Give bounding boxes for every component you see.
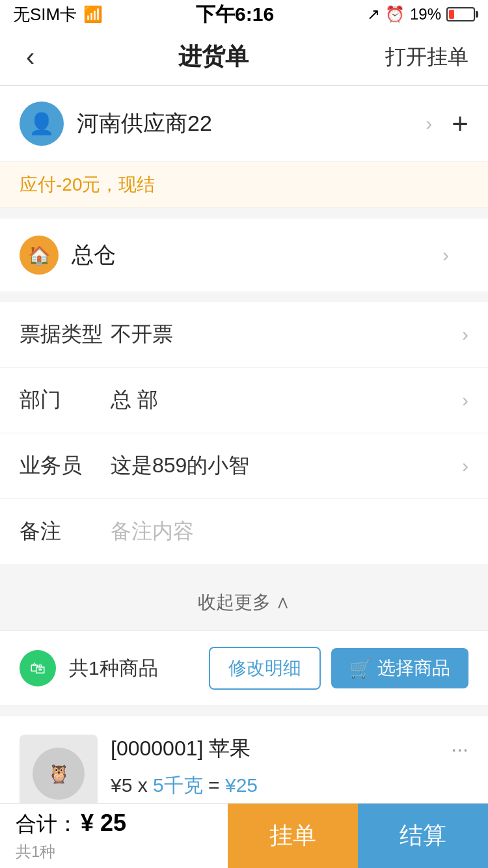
checkout-button[interactable]: 结算: [358, 804, 488, 868]
remark-row[interactable]: 备注 备注内容: [0, 499, 488, 564]
product-title-text: 苹果: [209, 737, 251, 760]
product-code: [0000001]: [111, 737, 203, 760]
bag-icon: 🛍: [30, 659, 46, 677]
carrier-text: 无SIM卡: [13, 3, 77, 26]
equals-sign: =: [208, 774, 225, 796]
warehouse-chevron-icon: ›: [442, 244, 449, 266]
warehouse-home-icon: 🏠: [28, 245, 51, 266]
warehouse-name: 总仓: [72, 240, 442, 270]
dept-row[interactable]: 部门 总 部 ›: [0, 368, 488, 433]
page-title: 进货单: [178, 41, 249, 73]
invoice-label: 票据类型: [20, 320, 104, 349]
notice-bar: 应付-20元，现结: [0, 162, 488, 208]
avatar-icon: 👤: [29, 111, 55, 136]
salesperson-chevron-icon: ›: [462, 455, 468, 477]
dept-chevron-icon: ›: [462, 389, 468, 411]
warehouse-section[interactable]: 🏠 总仓 ›: [0, 219, 488, 292]
nav-bar: ‹ 进货单 打开挂单: [0, 29, 488, 86]
remark-label: 备注: [20, 517, 104, 546]
products-section: 🛍 共1种商品 修改明细 🛒 选择商品: [0, 631, 488, 706]
products-header: 🛍 共1种商品 修改明细 🛒 选择商品: [0, 631, 488, 706]
invoice-row[interactable]: 票据类型 不开票 ›: [0, 302, 488, 368]
product-thumbnail: 🦉: [20, 735, 98, 813]
status-bar: 无SIM卡 📶 下午6:16 ↗ ⏰ 19%: [0, 0, 488, 29]
more-icon: ···: [451, 737, 468, 761]
hang-button[interactable]: 挂单: [228, 804, 358, 868]
cart-icon: 🛒: [349, 658, 372, 679]
supplier-avatar: 👤: [20, 102, 64, 146]
invoice-value: 不开票: [104, 320, 462, 349]
products-icon: 🛍: [20, 650, 56, 686]
product-logo: 🦉: [33, 748, 85, 800]
product-name: [0000001] 苹果: [111, 735, 438, 763]
warehouse-icon: 🏠: [20, 236, 59, 275]
status-left: 无SIM卡 📶: [13, 3, 103, 26]
checkout-label: 结算: [400, 820, 446, 852]
hang-label: 挂单: [269, 820, 316, 852]
quantity-text: 5千克: [153, 774, 203, 796]
salesperson-label: 业务员: [20, 452, 104, 480]
battery-pct: 19%: [410, 5, 441, 23]
dept-value: 总 部: [104, 386, 462, 414]
owl-icon: 🦉: [47, 763, 70, 785]
product-info: [0000001] 苹果 ¥5 x 5千克 = ¥25: [111, 735, 438, 799]
notice-text: 应付-20元，现结: [20, 174, 155, 195]
supplier-section: 👤 河南供应商22 › + 应付-20元，现结: [0, 86, 488, 208]
select-btn-label: 选择商品: [377, 656, 450, 681]
supplier-chevron-icon: ›: [426, 113, 432, 135]
salesperson-row[interactable]: 业务员 这是859的小智 ›: [0, 433, 488, 499]
product-more-button[interactable]: ···: [451, 735, 468, 764]
status-right: ↗ ⏰ 19%: [367, 5, 475, 23]
invoice-chevron-icon: ›: [462, 323, 468, 346]
item-total: ¥25: [225, 774, 258, 796]
warehouse-row[interactable]: 🏠 总仓 ›: [0, 219, 488, 292]
wifi-icon: 📶: [83, 5, 103, 23]
multiply-sign: x: [138, 774, 153, 796]
products-count: 共1种商品: [69, 655, 209, 682]
bottom-bar: 合计： ¥ 25 共1种 挂单 结算: [0, 803, 488, 868]
total-amount: ¥ 25: [81, 809, 126, 837]
content: 👤 河南供应商22 › + 应付-20元，现结 🏠 总仓 › 票据类型 不开票 …: [0, 86, 488, 868]
collapse-row[interactable]: 收起更多 ∧: [0, 575, 488, 631]
total-label: 合计：: [16, 810, 78, 839]
product-price: ¥5 x 5千克 = ¥25: [111, 772, 438, 799]
unit-price: ¥5: [111, 774, 132, 796]
total-count: 共1种: [16, 841, 212, 862]
location-icon: ↗: [367, 5, 380, 23]
dept-label: 部门: [20, 386, 104, 414]
supplier-row[interactable]: 👤 河南供应商22 › +: [0, 86, 488, 162]
back-button[interactable]: ‹: [20, 36, 41, 78]
remark-value[interactable]: 备注内容: [104, 517, 468, 546]
total-section: 合计： ¥ 25 共1种: [0, 804, 228, 868]
edit-detail-button[interactable]: 修改明细: [209, 647, 321, 690]
form-section: 票据类型 不开票 › 部门 总 部 › 业务员 这是859的小智 › 备注 备注…: [0, 302, 488, 564]
add-button[interactable]: +: [452, 107, 468, 140]
battery-icon: [446, 7, 475, 21]
collapse-label: 收起更多 ∧: [198, 590, 291, 615]
select-product-button[interactable]: 🛒 选择商品: [331, 648, 468, 688]
alarm-icon: ⏰: [385, 5, 405, 23]
supplier-name: 河南供应商22: [77, 109, 426, 139]
open-pending-button[interactable]: 打开挂单: [385, 43, 468, 72]
salesperson-value: 这是859的小智: [104, 452, 462, 480]
status-time: 下午6:16: [196, 1, 274, 28]
